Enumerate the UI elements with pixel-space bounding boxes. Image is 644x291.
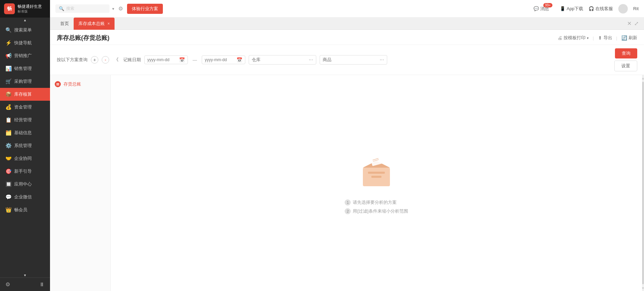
sidebar-scroll-down[interactable]: ▼ bbox=[0, 273, 50, 277]
refresh-button[interactable]: 🔄 刷新 bbox=[621, 35, 637, 41]
goods-more-icon[interactable]: ··· bbox=[380, 57, 384, 63]
sales-icon: 📊 bbox=[5, 66, 11, 72]
online-service-button[interactable]: 🎧 在线客服 bbox=[589, 6, 613, 12]
goods-select[interactable]: 商品 ··· bbox=[320, 55, 387, 65]
tab-close-icon[interactable]: × bbox=[107, 21, 110, 26]
print-chevron-icon: ▾ bbox=[587, 36, 589, 40]
panel-close-icon[interactable]: ✕ bbox=[627, 20, 631, 27]
sidebar-item-search[interactable]: 🔍 搜索菜单 bbox=[0, 24, 50, 37]
empty-state-area: 1 请先选择要分析的方案 2 用[过滤]条件来缩小分析范围 bbox=[111, 75, 642, 291]
panel-expand-icon[interactable]: ⤢ bbox=[634, 20, 639, 27]
date-start-field[interactable] bbox=[147, 57, 178, 62]
marketing-icon: 📢 bbox=[5, 53, 11, 59]
sidebar-item-system[interactable]: ⚙️ 系统管理 bbox=[0, 139, 50, 152]
sidebar: 畅 畅捷通好生意 标准版 ▲ 🔍 搜索菜单 ⚡ 快捷导航 📢 营销推广 📊 销售… bbox=[0, 0, 50, 291]
right-scrollbar: ▲ ▼ bbox=[642, 75, 644, 291]
warehouse-select[interactable]: 仓库 ··· bbox=[249, 55, 316, 65]
filter-label: 按以下方案查询 bbox=[57, 57, 88, 63]
message-button[interactable]: 💬 消息 99+ bbox=[534, 6, 549, 12]
settings-icon[interactable]: ⚙ bbox=[5, 281, 10, 288]
search-placeholder-icon: 🔍 bbox=[59, 6, 64, 11]
date-end-input[interactable]: 📅 bbox=[202, 55, 245, 64]
headset-icon: 🎧 bbox=[589, 6, 594, 11]
wechat-icon: 💬 bbox=[5, 194, 11, 200]
date-start-input[interactable]: 📅 bbox=[144, 55, 188, 64]
sidebar-item-member[interactable]: 👑 畅会员 bbox=[0, 203, 50, 216]
scroll-down-button[interactable]: ▼ bbox=[642, 286, 644, 290]
username-label: Rit bbox=[633, 6, 639, 11]
sidebar-item-sales[interactable]: 📊 销售管理 bbox=[0, 62, 50, 75]
empty-illustration bbox=[353, 151, 400, 191]
warehouse-more-icon[interactable]: ··· bbox=[309, 57, 313, 63]
scroll-up-button[interactable]: ▲ bbox=[642, 76, 644, 80]
date-separator: — bbox=[191, 57, 198, 63]
sidebar-item-newbie[interactable]: 🎯 新手引导 bbox=[0, 165, 50, 178]
inventory-icon: 📦 bbox=[5, 91, 11, 97]
sidebar-logo: 畅 畅捷通好生意 标准版 bbox=[0, 0, 50, 18]
sidebar-item-inventory[interactable]: 📦 库存核算 bbox=[0, 88, 50, 101]
app-download-button[interactable]: 📱 App下载 bbox=[560, 6, 583, 12]
sidebar-item-basic[interactable]: 🗂️ 基础信息 bbox=[0, 126, 50, 139]
user-avatar[interactable] bbox=[618, 4, 628, 14]
sidebar-item-finance[interactable]: 💰 资金管理 bbox=[0, 101, 50, 114]
empty-tips: 1 请先选择要分析的方案 2 用[过滤]条件来缩小分析范围 bbox=[345, 198, 408, 216]
topbar-search-box[interactable]: 🔍 搜索 bbox=[55, 4, 109, 13]
search-icon: 🔍 bbox=[5, 27, 11, 33]
empty-tip-1: 1 请先选择要分析的方案 bbox=[345, 198, 408, 207]
date-field-label: 记账日期 bbox=[123, 57, 141, 63]
filter-settings-button[interactable]: 设置 bbox=[614, 60, 637, 71]
date-end-field[interactable] bbox=[205, 57, 235, 62]
sidebar-item-purchase[interactable]: 🛒 采购管理 bbox=[0, 75, 50, 88]
phone-icon: 📱 bbox=[560, 6, 565, 11]
refresh-icon: 🔄 bbox=[621, 35, 627, 41]
newbie-icon: 🎯 bbox=[5, 168, 11, 174]
toggle-icon[interactable]: ⏸ bbox=[39, 282, 45, 288]
svg-rect-2 bbox=[56, 85, 59, 86]
page-header-actions: 🖨 按模板打印 ▾ | ⬆ 导出 | 🔄 刷新 bbox=[558, 35, 637, 41]
content-split: 存货总账 bbox=[50, 75, 644, 291]
empty-tip-2: 2 用[过滤]条件来缩小分析范围 bbox=[345, 207, 408, 216]
print-template-button[interactable]: 🖨 按模板打印 ▾ bbox=[558, 35, 589, 41]
scheme-item-icon bbox=[55, 81, 61, 87]
warehouse-label: 仓库 bbox=[252, 57, 261, 63]
sidebar-item-marketing[interactable]: 📢 营销推广 bbox=[0, 49, 50, 62]
topbar-right: 💬 消息 99+ 📱 App下载 🎧 在线客服 Rit bbox=[534, 4, 639, 14]
filter-add-button[interactable]: + bbox=[91, 56, 98, 64]
system-icon: ⚙️ bbox=[5, 143, 11, 149]
purchase-icon: 🛒 bbox=[5, 78, 11, 84]
finance-icon: 💰 bbox=[5, 104, 11, 110]
svg-rect-0 bbox=[56, 83, 59, 84]
print-icon: 🖨 bbox=[558, 35, 562, 41]
topbar-gear-icon[interactable]: ⚙ bbox=[117, 4, 124, 13]
sidebar-item-collab[interactable]: 🤝 企业协同 bbox=[0, 152, 50, 165]
calendar-start-icon[interactable]: 📅 bbox=[179, 57, 185, 63]
sidebar-item-operation[interactable]: 📋 经营管理 bbox=[0, 114, 50, 126]
tab-home[interactable]: 首页 bbox=[55, 18, 74, 30]
svg-rect-6 bbox=[371, 176, 381, 178]
filter-delete-button[interactable]: - bbox=[102, 56, 109, 64]
tip-num-2: 2 bbox=[345, 208, 351, 214]
industry-solution-button[interactable]: 体验行业方案 bbox=[127, 4, 163, 14]
sidebar-item-quick[interactable]: ⚡ 快捷导航 bbox=[0, 37, 50, 49]
topbar-chevron-icon[interactable]: ▾ bbox=[112, 6, 114, 11]
tab-inventory-ledger[interactable]: 库存成本总账 × bbox=[74, 18, 115, 30]
svg-rect-1 bbox=[56, 84, 59, 85]
sidebar-logo-icon: 畅 bbox=[4, 3, 15, 14]
operation-icon: 📋 bbox=[5, 117, 11, 123]
content-area: 库存总账(存货总账) 🖨 按模板打印 ▾ | ⬆ 导出 | 🔄 刷新 bbox=[50, 30, 644, 291]
sidebar-scroll-up[interactable]: ▲ bbox=[0, 18, 50, 22]
export-button[interactable]: ⬆ 导出 bbox=[598, 35, 612, 41]
svg-rect-5 bbox=[368, 172, 385, 174]
calendar-end-icon[interactable]: 📅 bbox=[237, 57, 242, 63]
filter-collapse-button[interactable]: 《 bbox=[113, 56, 120, 64]
basic-icon: 🗂️ bbox=[5, 130, 11, 136]
scheme-item-inventory-ledger[interactable]: 存货总账 bbox=[50, 78, 110, 90]
search-button[interactable]: 查询 bbox=[615, 48, 637, 58]
sidebar-item-wechat[interactable]: 💬 企业微信 bbox=[0, 191, 50, 203]
quick-nav-icon: ⚡ bbox=[5, 40, 11, 46]
sidebar-item-apps[interactable]: 🔲 应用中心 bbox=[0, 178, 50, 191]
tabbar: 首页 库存成本总账 × ✕ ⤢ bbox=[50, 18, 644, 30]
scroll-thumb[interactable] bbox=[642, 82, 644, 284]
apps-icon: 🔲 bbox=[5, 181, 11, 187]
scheme-panel: 存货总账 bbox=[50, 75, 111, 291]
